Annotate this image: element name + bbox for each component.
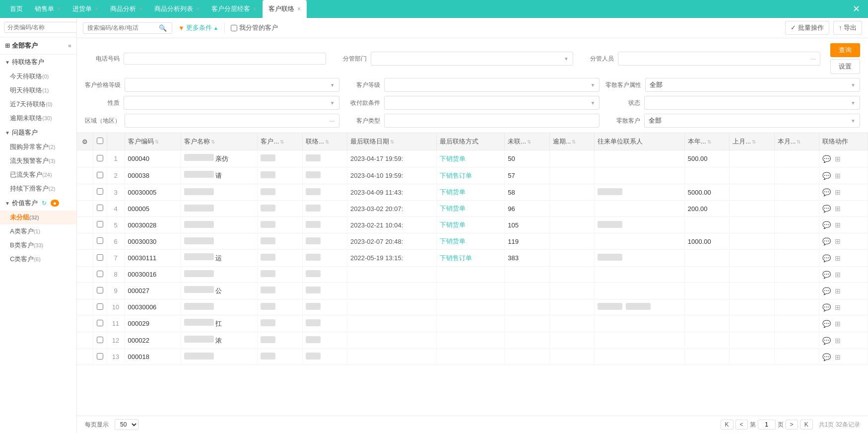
select-all-checkbox[interactable] (97, 138, 103, 144)
row-select-1[interactable] (97, 172, 103, 178)
dept-select[interactable]: ▼ (371, 52, 573, 66)
customer-level-select[interactable]: ▼ (384, 78, 600, 92)
sidebar-item-abnormal[interactable]: 囤购异常客户 (2) (0, 140, 76, 154)
last-month-header[interactable]: 上月... ⇅ (730, 133, 774, 150)
row-last-method-11[interactable] (436, 332, 504, 349)
person-dots-icon[interactable]: ··· (810, 55, 816, 63)
this-year-header[interactable]: 本年... ⇅ (684, 133, 730, 150)
more-action-icon-2[interactable]: ⊞ (835, 188, 841, 196)
sidebar-item-today[interactable]: 今天待联络 (0) (0, 70, 76, 83)
row-last-method-3[interactable]: 下销货单 (436, 201, 504, 217)
row-last-method-8[interactable] (436, 283, 504, 299)
row-code-4[interactable]: 00030028 (125, 217, 181, 233)
row-last-method-12[interactable] (436, 349, 504, 365)
close-sales-tab[interactable]: × (57, 5, 61, 12)
row-name-1[interactable]: 请 (181, 167, 258, 184)
row-checkbox-9[interactable] (93, 299, 107, 315)
row-select-2[interactable] (97, 188, 103, 195)
sidebar-item-a-class[interactable]: A类客户 (1) (0, 224, 76, 238)
row-last-method-0[interactable]: 下销货单 (436, 150, 504, 167)
contact-action-icon-10[interactable]: 💬 (822, 320, 831, 328)
row-code-0[interactable]: 000040 (125, 150, 181, 167)
row-name-11[interactable]: 浓 (181, 332, 258, 349)
sidebar-item-b-class[interactable]: B类客户 (33) (0, 238, 76, 252)
last-method-link-3[interactable]: 下销货单 (440, 205, 466, 212)
row-last-method-10[interactable] (436, 315, 504, 332)
tab-sales[interactable]: 销售单 × (29, 0, 67, 18)
tab-analysis-list[interactable]: 商品分析列表 × (148, 0, 205, 18)
filter-search-icon[interactable]: 🔍 (159, 24, 167, 32)
row-name-0[interactable]: 亲仿 (181, 150, 258, 167)
row-checkbox-8[interactable] (93, 283, 107, 299)
more-action-icon-10[interactable]: ⊞ (835, 320, 841, 328)
sidebar-item-churn-risk[interactable]: 流失预警客户 (3) (0, 154, 76, 168)
checkbox-header[interactable] (93, 133, 107, 150)
row-select-11[interactable] (97, 337, 103, 343)
problem-group-header[interactable]: ▼ 问题客户 (0, 125, 76, 140)
last-method-link-6[interactable]: 下销售订单 (440, 254, 472, 262)
sidebar-search-input[interactable] (4, 22, 77, 33)
row-code-5[interactable]: 00030030 (125, 233, 181, 250)
last-method-header[interactable]: 最后联络方式 (436, 133, 504, 150)
row-checkbox-7[interactable] (93, 267, 107, 283)
more-action-icon-0[interactable]: ⊞ (835, 155, 841, 163)
contact-action-icon-11[interactable]: 💬 (822, 337, 831, 345)
unit-contact-header[interactable]: 往来单位联系人 (594, 133, 684, 150)
type-sort-icon[interactable]: ⇅ (280, 139, 284, 144)
tab-analysis[interactable]: 商品分析 × (104, 0, 148, 18)
more-action-icon-8[interactable]: ⊞ (835, 287, 841, 295)
sidebar-item-overdue[interactable]: 逾期未联络 (30) (0, 111, 76, 125)
status-select[interactable]: ▼ (644, 96, 860, 110)
this-month-header[interactable]: 本月... ⇅ (774, 133, 819, 150)
row-code-11[interactable]: 000022 (125, 332, 181, 349)
row-name-7[interactable] (181, 267, 258, 283)
row-select-12[interactable] (97, 353, 103, 360)
batch-operate-button[interactable]: ✓ 批量操作 (785, 21, 829, 35)
app-close-button[interactable]: ✕ (849, 3, 864, 14)
payment-select[interactable]: ▼ (384, 96, 600, 110)
overdue-sort-icon[interactable]: ⇅ (572, 139, 576, 144)
overdue-header[interactable]: 逾期... ⇅ (549, 133, 594, 150)
person-select[interactable]: ··· (618, 52, 820, 66)
contact-action-icon-5[interactable]: 💬 (822, 237, 831, 245)
my-customer-checkbox[interactable] (231, 25, 237, 31)
pending-group-header[interactable]: ▼ 待联络客户 (0, 55, 76, 70)
row-select-5[interactable] (97, 237, 103, 244)
last-method-link-4[interactable]: 下销货单 (440, 221, 466, 228)
last-method-link-5[interactable]: 下销货单 (440, 237, 466, 245)
row-name-6[interactable]: 运 (181, 250, 258, 267)
sidebar-item-tomorrow[interactable]: 明天待联络 (1) (0, 83, 76, 97)
last-date-header[interactable]: 最后联络日期 ⇅ (347, 133, 437, 150)
sidebar-all-customers[interactable]: ⊞ 全部客户 « (0, 37, 76, 55)
page-number-input[interactable] (758, 420, 776, 430)
next-page-button[interactable]: > (786, 420, 798, 430)
contact-action-icon-9[interactable]: 💬 (822, 303, 831, 311)
row-checkbox-4[interactable] (93, 217, 107, 233)
last-method-link-2[interactable]: 下销货单 (440, 188, 466, 196)
row-name-10[interactable]: 扛 (181, 315, 258, 332)
row-checkbox-10[interactable] (93, 315, 107, 332)
contact-action-icon-2[interactable]: 💬 (822, 188, 831, 196)
retail-attr-select[interactable]: 全部 ▼ (645, 78, 860, 92)
close-analysis-list-tab[interactable]: × (196, 5, 200, 12)
export-button[interactable]: ↑ 导出 (833, 21, 862, 35)
row-checkbox-3[interactable] (93, 201, 107, 217)
more-action-icon-3[interactable]: ⊞ (835, 205, 841, 213)
contact-action-icon-7[interactable]: 💬 (822, 271, 831, 279)
name-header[interactable]: 客户名称 ⇅ (181, 133, 258, 150)
value-group-header[interactable]: ▼ 价值客户 ↻ ● (0, 196, 76, 211)
contact-header[interactable]: 联络... ⇅ (302, 133, 347, 150)
row-last-method-2[interactable]: 下销货单 (436, 184, 504, 201)
prev-page-button[interactable]: < (735, 420, 748, 430)
code-sort-icon[interactable]: ⇅ (155, 139, 159, 144)
last-date-sort-icon[interactable]: ⇅ (390, 139, 394, 144)
sidebar-item-c-class[interactable]: C类客户 (6) (0, 252, 76, 266)
row-last-method-5[interactable]: 下销货单 (436, 233, 504, 250)
row-last-method-7[interactable] (436, 267, 504, 283)
row-name-2[interactable] (181, 184, 258, 201)
contact-action-icon-1[interactable]: 💬 (822, 172, 831, 180)
more-action-icon-12[interactable]: ⊞ (835, 353, 841, 361)
row-last-method-9[interactable] (436, 299, 504, 315)
more-action-icon-5[interactable]: ⊞ (835, 237, 841, 245)
row-code-7[interactable]: 00030016 (125, 267, 181, 283)
